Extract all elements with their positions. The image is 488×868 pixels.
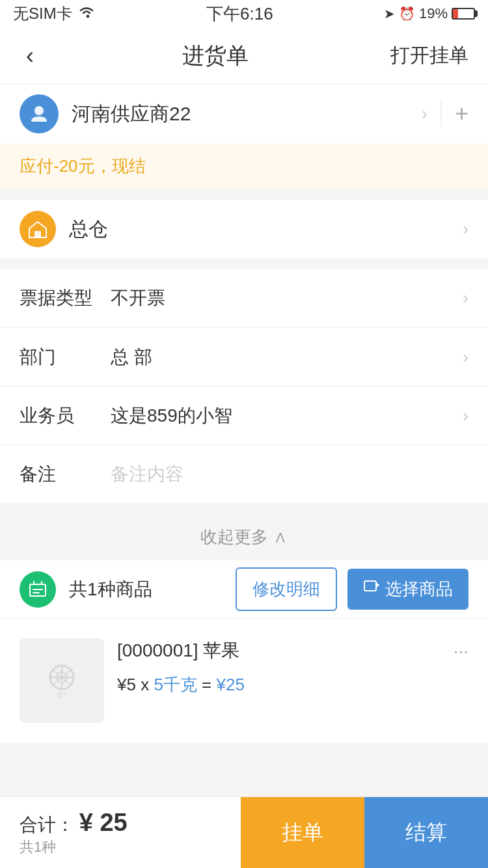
modify-detail-button[interactable]: 修改明细 [236, 567, 337, 611]
nav-bar: ‹ 进货单 打开挂单 [0, 27, 488, 85]
product-info: [0000001] 苹果 ¥5 x 5千克 = ¥25 [117, 638, 454, 723]
warehouse-row[interactable]: 总仓 › [0, 200, 488, 258]
supplier-name: 河南供应商22 [72, 101, 422, 128]
invoice-type-arrow-icon: › [463, 288, 468, 308]
fields-section: 票据类型 不开票 › 部门 总 部 › 业务员 这是859的小智 › 备注 备注… [0, 269, 488, 503]
remark-row[interactable]: 备注 备注内容 [0, 444, 488, 503]
product-thumbnail: 智+ [20, 638, 104, 723]
remark-label: 备注 [20, 462, 111, 487]
supplier-divider [441, 101, 442, 127]
total-line: 合计： ¥ 25 [20, 809, 221, 837]
svg-rect-3 [364, 581, 376, 591]
warehouse-icon [20, 211, 56, 247]
department-row[interactable]: 部门 总 部 › [0, 327, 488, 386]
products-header: 共1种商品 修改明细 选择商品 [0, 560, 488, 619]
total-label: 合计： [20, 815, 74, 835]
product-item: 智+ [0000001] 苹果 ¥5 x 5千克 = ¥25 ··· [0, 619, 488, 742]
select-product-button[interactable]: 选择商品 [347, 569, 468, 610]
product-more-button[interactable]: ··· [454, 638, 468, 723]
svg-text:智+: 智+ [57, 691, 67, 698]
collapse-label: 收起更多 ∧ [200, 526, 287, 549]
select-product-label: 选择商品 [385, 578, 453, 601]
warehouse-section: 总仓 › [0, 200, 488, 258]
checkout-button[interactable]: 结算 [364, 797, 488, 869]
salesperson-label: 业务员 [20, 403, 111, 428]
product-title: 苹果 [203, 640, 239, 660]
salesperson-row[interactable]: 业务员 这是859的小智 › [0, 386, 488, 444]
add-supplier-button[interactable]: + [455, 100, 468, 128]
invoice-type-label: 票据类型 [20, 286, 111, 310]
department-value: 总 部 [111, 345, 463, 370]
alarm-icon: ⏰ [399, 6, 415, 21]
status-bar: 无SIM卡 下午6:16 ➤ ⏰ 19% [0, 0, 488, 27]
total-count: 共1种 [20, 837, 221, 857]
svg-rect-1 [34, 231, 41, 237]
status-left: 无SIM卡 [13, 3, 96, 24]
supplier-row[interactable]: 河南供应商22 › + [0, 85, 488, 143]
page-title: 进货单 [182, 41, 249, 71]
total-section: 合计： ¥ 25 共1种 [0, 809, 241, 857]
warehouse-arrow-icon: › [463, 219, 468, 239]
invoice-type-value: 不开票 [111, 286, 463, 310]
products-section: 共1种商品 修改明细 选择商品 智+ [0, 560, 488, 742]
battery-icon [452, 8, 475, 20]
department-arrow-icon: › [463, 347, 468, 368]
supplier-section: 河南供应商22 › + 应付-20元，现结 [0, 85, 488, 189]
carrier-text: 无SIM卡 [13, 3, 72, 24]
product-id: [0000001] [117, 640, 203, 660]
status-right: ➤ ⏰ 19% [384, 5, 475, 22]
products-count: 共1种商品 [69, 577, 236, 602]
status-time: 下午6:16 [206, 3, 273, 25]
equals: = [197, 675, 217, 694]
remark-input[interactable]: 备注内容 [111, 462, 468, 487]
location-icon: ➤ [384, 6, 395, 21]
battery-percent: 19% [419, 5, 448, 22]
products-icon [20, 571, 56, 608]
wifi-icon [77, 5, 96, 23]
salesperson-value: 这是859的小智 [111, 403, 463, 428]
total-amount: ¥ 25 [79, 809, 128, 836]
svg-point-0 [34, 106, 44, 115]
product-name: [0000001] 苹果 [117, 638, 454, 663]
invoice-type-row[interactable]: 票据类型 不开票 › [0, 269, 488, 327]
open-hang-button[interactable]: 打开挂单 [390, 42, 468, 69]
hang-button[interactable]: 挂单 [241, 797, 364, 869]
quantity: 5千克 [154, 675, 197, 694]
supplier-notice: 应付-20元，现结 [0, 143, 488, 189]
bottom-bar: 合计： ¥ 25 共1种 挂单 结算 [0, 796, 488, 868]
salesperson-arrow-icon: › [463, 405, 468, 426]
back-button[interactable]: ‹ [20, 36, 40, 76]
supplier-avatar [20, 94, 59, 133]
product-price: ¥5 x 5千克 = ¥25 [117, 673, 454, 696]
warehouse-name: 总仓 [69, 216, 463, 243]
supplier-arrow-icon: › [422, 103, 427, 124]
collapse-button[interactable]: 收起更多 ∧ [0, 513, 488, 560]
main-content: 河南供应商22 › + 应付-20元，现结 总仓 › 票据类型 不开票 › [0, 85, 488, 814]
department-label: 部门 [20, 345, 111, 370]
select-product-icon [363, 578, 380, 600]
line-total: ¥25 [216, 675, 244, 694]
unit-price: ¥5 x [117, 675, 154, 694]
